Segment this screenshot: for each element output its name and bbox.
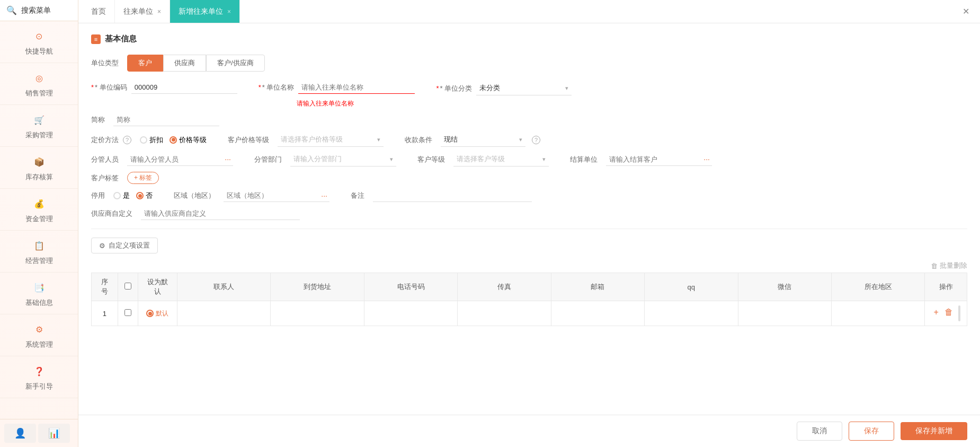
row-supplier-custom: 供应商自定义	[91, 207, 967, 220]
sidebar-item-finance[interactable]: 💰 资金管理	[0, 189, 78, 231]
sidebar-settings-btn[interactable]: 📊	[38, 424, 70, 443]
save-button[interactable]: 保存	[849, 422, 894, 441]
default-radio-circle	[146, 310, 154, 317]
select-all-checkbox[interactable]	[124, 283, 131, 290]
unit-name-label: ** 单位名称	[259, 83, 295, 92]
tab-new-unit[interactable]: 新增往来单位 ×	[170, 0, 240, 23]
department-chevron: ▾	[390, 156, 393, 163]
contact-input[interactable]	[184, 310, 264, 318]
custom-settings-label: 自定义项设置	[109, 241, 150, 250]
short-name-label: 简称	[91, 115, 105, 125]
row-disabled: 停用 是 否 区域（地区） ···	[91, 189, 967, 202]
unit-category-select[interactable]: 未分类 ▾	[476, 81, 572, 95]
cell-region[interactable]	[831, 301, 924, 326]
remark-input[interactable]	[373, 189, 532, 202]
disabled-no-radio[interactable]: 否	[136, 191, 153, 200]
email-input[interactable]	[558, 310, 638, 318]
save-new-button[interactable]: 保存并新增	[901, 422, 967, 440]
row-drag-handle[interactable]	[958, 305, 960, 321]
cell-address[interactable]	[271, 301, 364, 326]
cell-contact[interactable]	[177, 301, 271, 326]
sidebar-item-label: 基础信息	[25, 298, 53, 308]
unit-type-supplier[interactable]: 供应商	[163, 55, 206, 72]
default-label: 默认	[156, 309, 168, 318]
pricing-discount-radio[interactable]: 折扣	[140, 135, 163, 145]
fax-input[interactable]	[464, 310, 544, 318]
tab-new-unit-close[interactable]: ×	[227, 8, 231, 15]
custom-settings-btn[interactable]: ⚙ 自定义项设置	[91, 238, 158, 253]
address-input[interactable]	[277, 310, 357, 318]
row-checkbox[interactable]	[124, 309, 131, 316]
phone-input[interactable]	[371, 310, 451, 318]
tab-units[interactable]: 往来单位 ×	[115, 0, 170, 23]
manager-label: 分管人员	[91, 155, 119, 164]
tab-home[interactable]: 首页	[83, 0, 115, 23]
tab-units-close[interactable]: ×	[157, 8, 161, 15]
customer-price-level-select[interactable]: 请选择客户价格等级 ▾	[278, 133, 384, 147]
customer-level-select[interactable]: 请选择客户等级 ▾	[453, 152, 549, 166]
section-title: ≡ 基本信息	[91, 34, 967, 44]
cell-fax[interactable]	[458, 301, 551, 326]
sidebar-item-system[interactable]: ⚙ 系统管理	[0, 314, 78, 356]
row-delete-btn[interactable]: 🗑	[945, 308, 953, 317]
region-input[interactable]	[224, 189, 319, 201]
settlement-unit-input[interactable]	[606, 153, 701, 165]
sidebar-item-sales[interactable]: ◎ 销售管理	[0, 63, 78, 105]
region-more-btn[interactable]: ···	[319, 191, 329, 200]
supplier-custom-input[interactable]	[141, 207, 300, 220]
cancel-button[interactable]: 取消	[797, 422, 842, 441]
unit-code-input[interactable]	[131, 81, 237, 94]
tag-add-button[interactable]: + 标签	[127, 172, 159, 184]
sidebar-item-inventory[interactable]: 📦 库存核算	[0, 147, 78, 189]
contacts-table: 序号 设为默认 联系人 到货地址 电话号码 传真 邮箱 qq 微信 所在地区 操…	[91, 273, 967, 326]
payment-terms-select[interactable]: 现结 ▾	[441, 133, 525, 147]
sidebar-item-guide[interactable]: ❓ 新手引导	[0, 356, 78, 398]
cell-wechat[interactable]	[738, 301, 831, 326]
payment-terms-help-icon[interactable]: ?	[532, 136, 540, 144]
cell-seq: 1	[92, 301, 118, 326]
col-checkbox[interactable]	[118, 273, 138, 301]
cell-qq[interactable]	[645, 301, 738, 326]
window-close-btn[interactable]: ✕	[956, 6, 976, 16]
unit-type-label: 单位类型	[91, 58, 119, 68]
pricing-method-field: 定价方法 ? 折扣 价格等级	[91, 135, 207, 145]
department-select[interactable]: 请输入分管部门 ▾	[290, 152, 396, 166]
row-pricing: 定价方法 ? 折扣 价格等级 客户价格等级 请选择客户价格等级	[91, 133, 967, 147]
tab-bar: 首页 往来单位 × 新增往来单位 × ✕	[78, 0, 980, 23]
batch-delete-label[interactable]: 批量删除	[940, 261, 967, 270]
col-contact: 联系人	[177, 273, 271, 301]
short-name-input[interactable]	[113, 113, 219, 126]
manager-input[interactable]	[127, 153, 222, 165]
sidebar-item-basic-info[interactable]: 📑 基础信息	[0, 273, 78, 314]
finance-icon: 💰	[31, 195, 48, 212]
sidebar-item-purchase[interactable]: 🛒 采购管理	[0, 105, 78, 147]
cell-phone[interactable]	[364, 301, 457, 326]
row-add-btn[interactable]: +	[933, 308, 938, 317]
settlement-more-btn[interactable]: ···	[701, 155, 712, 163]
sidebar-search[interactable]: 🔍 搜索菜单	[0, 0, 78, 21]
disabled-yes-radio[interactable]: 是	[113, 191, 130, 200]
cell-email[interactable]	[551, 301, 644, 326]
unit-name-error: 请输入往来单位名称	[297, 99, 354, 108]
gear-icon: ⚙	[99, 242, 105, 250]
pricing-level-radio[interactable]: 价格等级	[170, 135, 207, 145]
unit-name-group	[298, 81, 415, 94]
unit-type-both[interactable]: 客户/供应商	[206, 55, 265, 72]
sidebar-item-operations[interactable]: 📋 经营管理	[0, 231, 78, 273]
unit-name-input[interactable]	[298, 81, 415, 94]
default-radio[interactable]: 默认	[145, 309, 171, 318]
sidebar-item-quick-nav[interactable]: ⊙ 快捷导航	[0, 21, 78, 63]
wechat-input[interactable]	[745, 310, 825, 318]
unit-type-customer[interactable]: 客户	[127, 55, 163, 72]
qq-input[interactable]	[651, 310, 732, 318]
cell-checkbox[interactable]	[118, 301, 138, 326]
disabled-field: 停用 是 否	[91, 191, 153, 200]
manager-more-btn[interactable]: ···	[222, 155, 233, 163]
col-default: 设为默认	[138, 273, 177, 301]
customer-level-chevron: ▾	[542, 156, 546, 163]
cell-default[interactable]: 默认	[138, 301, 177, 326]
pricing-help-icon[interactable]: ?	[123, 136, 131, 144]
sidebar-collapse-btn[interactable]: 👤	[4, 424, 36, 443]
batch-delete-icon: 🗑	[931, 262, 938, 270]
region-input-cell[interactable]	[838, 310, 918, 318]
